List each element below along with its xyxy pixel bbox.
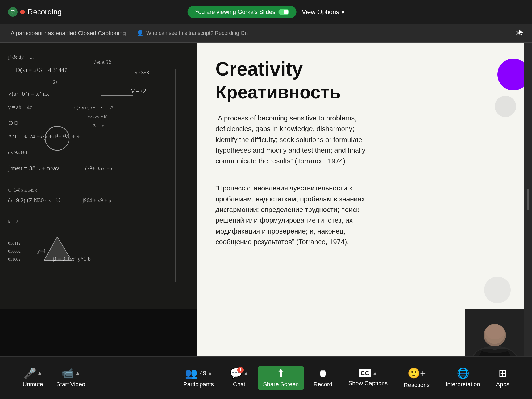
svg-text:⊙⊙: ⊙⊙: [8, 119, 19, 126]
video-slash-icon: 📹: [61, 368, 74, 378]
slide-quote-russian: “Процесс становления чувствительности к …: [215, 183, 370, 247]
start-video-label: Start Video: [56, 381, 85, 388]
chalkboard-content: ∫∫ dx dy = ... D(x) = a+3 + 4.31447 2a √…: [0, 43, 197, 356]
share-screen-icon: ⬆: [277, 368, 285, 378]
svg-text:010002: 010002: [8, 249, 21, 253]
transcript-text: Who can see this transcript? Recording O…: [146, 30, 248, 36]
svg-text:∫964 + x9 + p: ∫964 + x9 + p: [82, 197, 111, 204]
scroll-indicator: [527, 189, 529, 210]
unmute-label: Unmute: [23, 381, 43, 388]
svg-text:= 5e.358: = 5e.358: [130, 70, 149, 76]
chat-button[interactable]: 💬 1 ▲ Chat: [223, 364, 255, 392]
slide-quote-english: “A process of becoming sensitive to prob…: [215, 113, 370, 166]
transcript-info: 👤 Who can see this transcript? Recording…: [136, 30, 248, 37]
record-label: Record: [313, 381, 332, 388]
toolbar-left-group: 🎤 ▲ Unmute 📹 ▲ Start Video: [16, 364, 92, 392]
separator-line: [215, 177, 505, 177]
participants-icon-wrap: 👥 49 ▲: [185, 368, 212, 378]
main-content: ∫∫ dx dy = ... D(x) = a+3 + 4.31447 2a √…: [0, 43, 532, 356]
apps-button[interactable]: ⊞ Apps: [489, 364, 516, 392]
svg-text:√(a²+b²) = x²  nx: √(a²+b²) = x² nx: [8, 90, 49, 97]
svg-text:↗: ↗: [109, 105, 113, 110]
slide-title-russian: Креативность: [215, 82, 505, 102]
share-screen-label: Share Screen: [263, 381, 299, 388]
microphone-slash-icon: 🎤: [24, 368, 36, 378]
view-options-button[interactable]: View Options ▾: [302, 8, 344, 16]
svg-text:010112: 010112: [8, 241, 20, 246]
recording-badge: 🛡 Recording: [8, 7, 62, 17]
unmute-icon-wrap: 🎤 ▲: [24, 368, 42, 378]
chat-badge: 1: [237, 367, 244, 373]
share-screen-button[interactable]: ⬆ Share Screen: [258, 366, 304, 390]
person-icon: 👤: [136, 30, 144, 37]
svg-text:y=4: y=4: [37, 248, 45, 254]
chalkboard-svg: ∫∫ dx dy = ... D(x) = a+3 + 4.31447 2a √…: [0, 43, 197, 309]
record-button[interactable]: ⏺ Record: [307, 364, 339, 392]
svg-text:√ece.56: √ece.56: [93, 59, 111, 65]
start-video-icon-wrap: 📹 ▲: [61, 368, 80, 378]
svg-rect-0: [0, 43, 197, 309]
apps-icon: ⊞: [498, 368, 507, 378]
start-video-button[interactable]: 📹 ▲ Start Video: [50, 364, 92, 392]
svg-text:∫∫ dx dy = ...: ∫∫ dx dy = ...: [7, 54, 34, 60]
chat-icon-badge-wrap: 💬 1: [230, 368, 242, 378]
chat-label: Chat: [233, 381, 245, 388]
svg-text:y = ab + 4c: y = ab + 4c: [8, 104, 32, 110]
reactions-button[interactable]: 🙂+ Reactions: [397, 363, 436, 393]
svg-text:(x²+ 3ax + c: (x²+ 3ax + c: [85, 165, 114, 172]
recording-dot: [20, 10, 25, 14]
svg-text:cx  9a3+1: cx 9a3+1: [8, 149, 28, 155]
participants-count: 49: [200, 370, 206, 377]
cursor-icon: [519, 29, 524, 36]
pill-toggle[interactable]: [278, 9, 289, 15]
participants-arrow-icon: ▲: [207, 370, 212, 376]
svg-text:011002: 011002: [8, 257, 20, 261]
participants-icon: 👥: [185, 368, 197, 378]
slide-title-english: Creativity: [215, 59, 505, 80]
cc-icon: CC: [359, 369, 371, 377]
toolbar-center-group: 👥 49 ▲ Participants 💬 1 ▲ Chat ⬆ Share S…: [177, 363, 516, 393]
svg-text:(x=9.2) (Σ N30 · x - ½: (x=9.2) (Σ N30 · x - ½: [8, 197, 60, 203]
interpretation-label: Interpretation: [446, 381, 480, 388]
shield-icon: 🛡: [8, 7, 18, 17]
chalkboard-panel: ∫∫ dx dy = ... D(x) = a+3 + 4.31447 2a √…: [0, 43, 197, 356]
participants-label: Participants: [183, 381, 214, 388]
viewing-pill: You are viewing Gorka's Slides: [188, 6, 297, 18]
gray-circle-1-decoration: [495, 96, 516, 117]
captions-arrow-icon: ▲: [373, 370, 377, 376]
reactions-label: Reactions: [404, 382, 430, 389]
right-sidebar: [524, 43, 532, 356]
svg-text:c(x,y) { xy = z: c(x,y) { xy = z: [74, 105, 102, 110]
speaker-svg: [466, 309, 524, 356]
caption-bar: A participant has enabled Closed Caption…: [0, 24, 532, 43]
svg-text:∫ meu = 384. + n^av: ∫ meu = 384. + n^av: [7, 165, 59, 172]
show-captions-button[interactable]: CC ▲ Show Captions: [342, 365, 394, 391]
slide-panel: Creativity Креативность “A process of be…: [197, 43, 524, 356]
captions-icon-wrap: CC ▲: [359, 369, 377, 377]
reactions-icon: 🙂+: [408, 367, 426, 379]
gray-circle-2-decoration: [484, 277, 511, 303]
unmute-arrow-icon: ▲: [38, 370, 42, 376]
viewing-label: You are viewing Gorka's Slides: [195, 9, 275, 15]
start-video-arrow-icon: ▲: [75, 370, 80, 376]
chevron-down-icon: ▾: [341, 8, 344, 16]
chat-arrow-icon: ▲: [244, 370, 248, 376]
view-options-label: View Options: [302, 8, 339, 16]
svg-text:V=22: V=22: [130, 87, 146, 95]
interpretation-icon: 🌐: [457, 368, 469, 378]
interpretation-button[interactable]: 🌐 Interpretation: [439, 364, 487, 392]
unmute-button[interactable]: 🎤 ▲ Unmute: [16, 364, 50, 392]
caption-notification-text: A participant has enabled Closed Caption…: [11, 30, 126, 37]
record-icon: ⏺: [318, 368, 328, 378]
center-bar: You are viewing Gorka's Slides View Opti…: [188, 6, 345, 18]
show-captions-label: Show Captions: [348, 380, 388, 387]
svg-text:D(x) = a+3 + 4.31447: D(x) = a+3 + 4.31447: [16, 66, 67, 73]
apps-label: Apps: [496, 381, 509, 388]
svg-text:2a: 2a: [53, 80, 58, 85]
recording-label: Recording: [28, 8, 62, 16]
svg-text:2π = c: 2π = c: [93, 123, 104, 128]
bottom-toolbar: 🎤 ▲ Unmute 📹 ▲ Start Video 👥 49 ▲ Partic…: [0, 356, 532, 399]
svg-text:u=14!: u=14!: [8, 187, 21, 193]
svg-text:k = 2.: k = 2.: [8, 219, 19, 225]
participants-button[interactable]: 👥 49 ▲ Participants: [177, 364, 221, 392]
